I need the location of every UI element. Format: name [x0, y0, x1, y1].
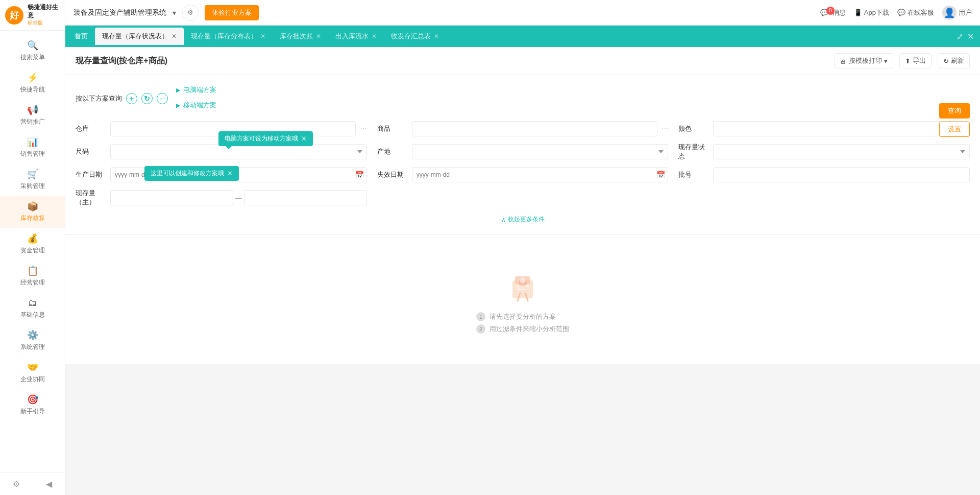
- empty-tip-2: 2 用过滤条件来缩小分析范围: [476, 324, 569, 334]
- online-service-action[interactable]: 💬 在线客服: [897, 8, 934, 17]
- tab-inout-flow[interactable]: 出入库流水 ✕: [328, 28, 384, 45]
- quantity-to-input[interactable]: [244, 190, 367, 205]
- tooltip-scheme-edit: 这里可以创建和修改方案哦 ✕: [144, 166, 239, 181]
- tab-close-all-icon[interactable]: ✕: [967, 32, 974, 41]
- warehouse-label: 仓库: [76, 124, 106, 133]
- empty-tips: 1 请先选择要分析的方案 2 用过滤条件来缩小分析范围: [476, 312, 569, 334]
- svg-rect-8: [517, 286, 529, 287]
- page-title: 现存量查询(按仓库+商品): [76, 56, 167, 66]
- mobile-icon: 📱: [854, 9, 862, 16]
- warehouse-more-icon[interactable]: ···: [360, 124, 366, 133]
- header-settings-btn[interactable]: ⚙: [182, 5, 199, 21]
- sidebar-item-marketing[interactable]: 📢 营销推广: [0, 99, 65, 131]
- add-scheme-btn[interactable]: +: [126, 93, 137, 104]
- tab-close-inout-flow[interactable]: ✕: [372, 33, 377, 40]
- tooltip1-close-btn[interactable]: ✕: [301, 135, 307, 143]
- purchase-icon: 🛒: [27, 169, 38, 180]
- goods-filter-row: 商品 ···: [377, 121, 669, 136]
- tab-close-stock-distribution[interactable]: ✕: [260, 33, 265, 40]
- sidebar-item-purchase[interactable]: 🛒 采购管理: [0, 163, 65, 196]
- filter-label: 按以下方案查询: [76, 94, 122, 103]
- message-action[interactable]: 💬 8 消息: [820, 8, 846, 17]
- size-label: 尺码: [76, 147, 106, 156]
- tab-close-stock-status[interactable]: ✕: [172, 33, 177, 40]
- finance-icon: 💰: [27, 233, 38, 244]
- desktop-scheme-group: ▶ 电脑端方案: [176, 83, 216, 97]
- color-filter-row: 颜色: [678, 121, 970, 136]
- goods-input[interactable]: [412, 121, 657, 136]
- quantity-range: —: [110, 190, 367, 205]
- desktop-scheme-group-header[interactable]: ▶ 电脑端方案: [176, 83, 216, 97]
- experience-btn[interactable]: 体验行业方案: [205, 5, 259, 20]
- color-select[interactable]: [713, 121, 970, 136]
- logo-text-area: 畅捷通好生意 标准版: [28, 4, 60, 27]
- export-icon: ⬆: [905, 57, 911, 65]
- batch-input[interactable]: [713, 167, 970, 182]
- collapse-sidebar-icon[interactable]: ◀: [46, 479, 52, 489]
- quantity-filter-row: 现存量（主） —: [76, 188, 367, 207]
- system-dropdown-btn[interactable]: ▾: [173, 9, 176, 17]
- tab-stock-distribution[interactable]: 现存量（库存分布表） ✕: [184, 28, 273, 45]
- stock-status-label: 现存量状态: [678, 143, 709, 161]
- export-btn[interactable]: ⬆ 导出: [899, 53, 932, 68]
- sidebar-item-sales[interactable]: 📊 销售管理: [0, 131, 65, 163]
- tab-receive-summary[interactable]: 收发存汇总表 ✕: [384, 28, 446, 45]
- query-btn[interactable]: 查询: [939, 103, 970, 119]
- stock-status-select[interactable]: [713, 144, 970, 159]
- sidebar-item-basic-info[interactable]: 🗂 基础信息: [0, 292, 65, 324]
- expiry-date-cal-icon[interactable]: 📅: [656, 171, 665, 179]
- sidebar-item-operations[interactable]: 📋 经营管理: [0, 260, 65, 292]
- expiry-date-label: 失效日期: [377, 170, 408, 179]
- refresh-scheme-btn[interactable]: ↻: [141, 93, 153, 104]
- app-edition: 标准版: [28, 19, 60, 27]
- tab-home[interactable]: 首页: [67, 28, 95, 45]
- tab-close-batch-ledger[interactable]: ✕: [316, 33, 321, 40]
- print-btn[interactable]: 🖨 按模板打印 ▾: [835, 53, 893, 68]
- tab-stock-status[interactable]: 现存量（库存状况表） ✕: [95, 28, 184, 45]
- sidebar-item-finance[interactable]: 💰 资金管理: [0, 228, 65, 260]
- tab-batch-ledger[interactable]: 库存批次账 ✕: [273, 28, 328, 45]
- refresh-btn[interactable]: ↻ 刷新: [938, 53, 970, 68]
- back-scheme-btn[interactable]: ←: [157, 93, 168, 104]
- settings-query-btn[interactable]: 设置: [939, 122, 970, 137]
- collapse-label: 收起更多条件: [508, 215, 545, 224]
- quick-nav-icon: ⚡: [27, 72, 38, 83]
- system-icon: ⚙️: [27, 329, 38, 341]
- mobile-scheme-group-header[interactable]: ▶ 移动端方案: [176, 99, 216, 112]
- color-label: 颜色: [678, 124, 709, 133]
- sidebar-item-quick-nav[interactable]: ⚡ 快捷导航: [0, 67, 65, 99]
- prod-date-cal-icon[interactable]: 📅: [355, 171, 364, 179]
- header-right: 💬 8 消息 📱 App下载 💬 在线客服 👤 用户: [820, 6, 972, 20]
- guide-icon: 🎯: [27, 394, 38, 405]
- user-action[interactable]: 👤 用户: [942, 6, 972, 20]
- batch-label: 批号: [678, 170, 709, 179]
- sidebar-item-inventory[interactable]: 📦 库存核算: [0, 196, 65, 228]
- origin-filter-row: 产地: [377, 143, 669, 161]
- print-label: 按模板打印: [849, 56, 882, 65]
- sidebar-item-guide[interactable]: 🎯 新手引导: [0, 389, 65, 421]
- tab-close-receive-summary[interactable]: ✕: [434, 33, 439, 40]
- user-label: 用户: [959, 8, 972, 17]
- sidebar-item-search[interactable]: 🔍 搜索菜单: [0, 35, 65, 67]
- action-buttons: 查询 设置: [939, 103, 970, 137]
- tab-maximize-icon[interactable]: ⤢: [957, 32, 963, 41]
- app-download-action[interactable]: 📱 App下载: [854, 8, 889, 17]
- settings-icon[interactable]: ⚙: [13, 479, 20, 489]
- collapse-bar[interactable]: ∧ 收起更多条件: [76, 211, 970, 226]
- origin-select[interactable]: [412, 144, 669, 159]
- sidebar: 好 畅捷通好生意 标准版 🔍 搜索菜单 ⚡ 快捷导航 📢 营销推广 📊 销售管理…: [0, 0, 65, 495]
- quantity-from-input[interactable]: [110, 190, 233, 205]
- tooltip1-text: 电脑方案可设为移动方案哦: [225, 134, 298, 143]
- tab-label: 现存量（库存分布表）: [191, 32, 257, 41]
- svg-rect-9: [517, 289, 526, 290]
- tab-bar: 首页 现存量（库存状况表） ✕ 现存量（库存分布表） ✕ 库存批次账 ✕ 出入库…: [65, 26, 980, 47]
- search-icon: 🔍: [27, 40, 38, 51]
- size-select[interactable]: [110, 144, 367, 159]
- sidebar-item-enterprise[interactable]: 🤝 企业协同: [0, 357, 65, 389]
- expiry-date-input[interactable]: [412, 167, 669, 182]
- sidebar-item-system[interactable]: ⚙️ 系统管理: [0, 324, 65, 357]
- sales-icon: 📊: [27, 136, 38, 148]
- top-header: 装备及固定资产辅助管理系统 ▾ ⚙ 体验行业方案 💬 8 消息 📱 App下载 …: [65, 0, 980, 26]
- tooltip2-close-btn[interactable]: ✕: [227, 170, 233, 177]
- goods-more-icon[interactable]: ···: [662, 124, 668, 133]
